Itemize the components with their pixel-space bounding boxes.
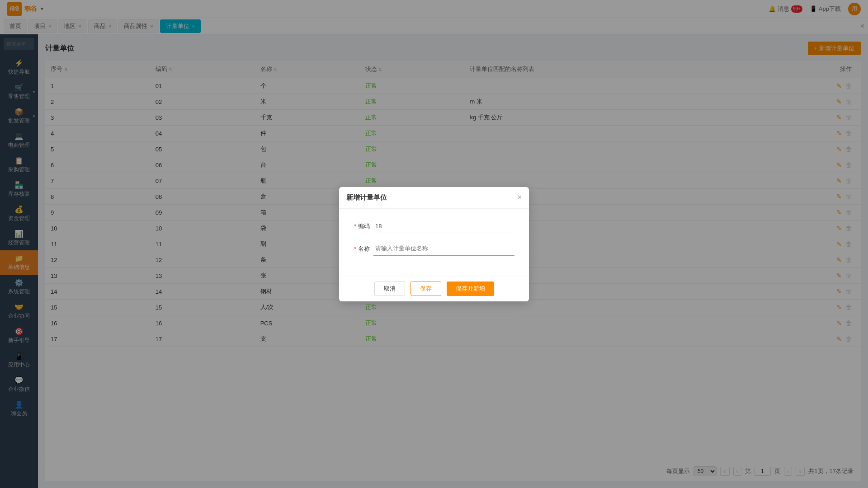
- form-row-name: 名称: [354, 242, 514, 256]
- modal-close-button[interactable]: ×: [518, 193, 522, 202]
- modal-overlay[interactable]: 新增计量单位 × 编码 名称 取消 保存 保存并新增: [0, 0, 868, 488]
- save-button[interactable]: 保存: [410, 282, 441, 296]
- cancel-button[interactable]: 取消: [374, 282, 405, 296]
- name-label: 名称: [354, 245, 370, 253]
- add-unit-modal: 新增计量单位 × 编码 名称 取消 保存 保存并新增: [339, 187, 529, 301]
- save-and-new-button[interactable]: 保存并新增: [447, 282, 494, 296]
- modal-footer: 取消 保存 保存并新增: [339, 276, 529, 301]
- form-row-code: 编码: [354, 220, 514, 233]
- modal-header: 新增计量单位 ×: [339, 187, 529, 209]
- name-input[interactable]: [373, 242, 514, 256]
- modal-body: 编码 名称: [339, 209, 529, 276]
- code-input[interactable]: [373, 220, 514, 233]
- modal-title: 新增计量单位: [346, 193, 387, 202]
- code-label: 编码: [354, 222, 370, 230]
